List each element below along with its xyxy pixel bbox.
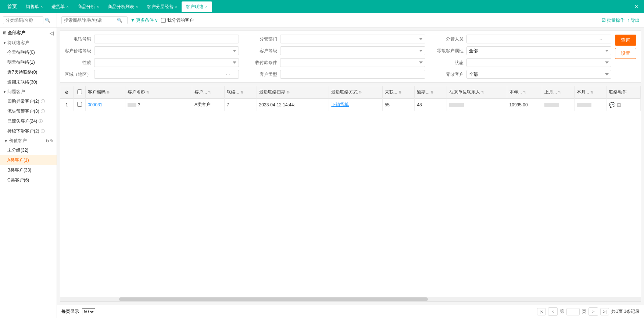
query-button[interactable]: 查询 xyxy=(615,35,636,46)
collapse-icon[interactable]: ◁ xyxy=(50,30,54,36)
sidebar-item-repurchase-abnormal[interactable]: 回购异常客户(2) ⓘ xyxy=(0,96,57,106)
customer-type-input[interactable] xyxy=(280,70,425,79)
prev-page-button[interactable]: ＜ xyxy=(548,307,558,316)
sidebar-item-declining[interactable]: 持续下滑客户(2) ⓘ xyxy=(0,126,57,136)
edit-icon[interactable]: ✎ xyxy=(50,138,54,144)
customer-code-link[interactable]: 000031 xyxy=(88,102,103,107)
batch-operation-button[interactable]: ☑ 批量操作 xyxy=(602,17,625,24)
customer-level-select[interactable] xyxy=(280,46,425,55)
nature-select[interactable] xyxy=(94,58,239,67)
filter-field-status: 状态 xyxy=(437,58,611,67)
close-icon[interactable]: × xyxy=(66,4,68,9)
next-page-button[interactable]: ＞ xyxy=(588,307,598,316)
sidebar-item-overdue[interactable]: 逾期未联络(30) xyxy=(0,77,57,87)
top-nav: 首页 销售单 × 进货单 × 商品分析 × 商品分析列表 × 客户分层经营 × … xyxy=(0,0,644,13)
close-icon[interactable]: × xyxy=(205,4,207,9)
sidebar-item-ungrouped[interactable]: 未分组(32) xyxy=(0,145,57,155)
close-icon[interactable]: × xyxy=(40,4,43,9)
sidebar-item-a-class[interactable]: A类客户(1) xyxy=(0,155,57,165)
td-no-contact: 55 xyxy=(382,99,415,111)
sidebar-item-loss-warning[interactable]: 流失预警客户(3) ⓘ xyxy=(0,106,57,116)
close-icon[interactable]: × xyxy=(97,4,99,9)
sidebar-item-today[interactable]: 今天待联络(0) xyxy=(0,47,57,57)
triangle-icon: ▼ xyxy=(3,90,6,94)
sidebar-search-input[interactable] xyxy=(3,16,43,24)
horizontal-scrollbar[interactable] xyxy=(60,297,641,301)
status-select[interactable] xyxy=(466,58,611,67)
export-button[interactable]: ↑ 导出 xyxy=(627,17,640,24)
triangle-icon: ▼ xyxy=(3,41,6,45)
sidebar: 🔍 ⊞ 全部客户 ◁ ▼ 待联络客户 今天待联络(0) 明天待联络(1) 近7天… xyxy=(0,13,57,318)
nature-label: 性质 xyxy=(65,60,94,66)
scatter-attr-select[interactable]: 全部 xyxy=(466,46,611,55)
dept-select[interactable] xyxy=(280,35,425,43)
td-year-amount: 10995.00 xyxy=(507,99,542,111)
customer-level-label: 客户等级 xyxy=(251,48,280,54)
first-page-button[interactable]: |< xyxy=(537,308,546,315)
my-customers-check[interactable] xyxy=(161,18,166,23)
more-conditions-button[interactable]: ▼ 更多条件 ∨ xyxy=(130,17,158,24)
th-code: 客户编码 ⇅ xyxy=(85,86,125,99)
manager-more[interactable]: ··· xyxy=(466,35,611,43)
my-customers-checkbox[interactable]: 我分管的客户 xyxy=(161,17,194,24)
last-page-button[interactable]: >| xyxy=(600,308,609,315)
sort-icon: ⇅ xyxy=(523,90,526,94)
nav-tab-sales[interactable]: 销售单 × xyxy=(21,1,47,12)
scrollbar-thumb[interactable] xyxy=(119,297,428,301)
th-last-month: 上月... ⇅ xyxy=(542,86,575,99)
sidebar-item-lost[interactable]: 已流失客户(24) ⓘ xyxy=(0,116,57,126)
close-icon[interactable]: × xyxy=(175,4,177,9)
th-name: 客户名称 ⇅ xyxy=(125,86,192,99)
th-this-month: 本月... ⇅ xyxy=(574,86,607,99)
sidebar-item-tomorrow[interactable]: 明天待联络(1) xyxy=(0,57,57,67)
filter-search-icon[interactable]: 🔍 xyxy=(117,18,122,23)
current-page-input[interactable]: 1 xyxy=(566,308,580,315)
filter-field-region: 区域（地区） ··· xyxy=(65,70,239,79)
nav-tab-product-analysis[interactable]: 商品分析 × xyxy=(73,1,103,12)
region-more[interactable]: ··· xyxy=(94,70,239,79)
th-overdue: 逾期... ⇅ xyxy=(415,86,447,99)
sidebar-item-7days[interactable]: 近7天待联络(0) xyxy=(0,67,57,77)
qr-icon[interactable]: ⊞ xyxy=(617,102,621,108)
phone-input[interactable] xyxy=(94,35,239,43)
setting-button[interactable]: 设置 xyxy=(615,48,636,59)
select-all-checkbox[interactable] xyxy=(77,89,82,94)
gear-icon[interactable]: ⚙ xyxy=(65,90,69,95)
nav-tab-purchase[interactable]: 进货单 × xyxy=(47,1,73,12)
nav-tab-customer-tier[interactable]: 客户分层经营 × xyxy=(143,1,182,12)
data-table-container: ⚙ 客户编码 ⇅ 客户名称 xyxy=(60,86,641,302)
close-icon[interactable]: × xyxy=(136,4,138,9)
info-icon: ⓘ xyxy=(41,109,45,114)
sidebar-search-icon[interactable]: 🔍 xyxy=(45,18,50,23)
customer-type-label: 客户类型 xyxy=(251,71,280,78)
filter-search-box: 🔍 xyxy=(61,16,128,24)
per-page-select[interactable]: 50 xyxy=(82,308,95,315)
scatter-customer-select[interactable]: 全部 xyxy=(466,70,611,79)
price-level-select[interactable] xyxy=(94,46,239,55)
refresh-icon[interactable]: ↻ xyxy=(46,138,49,144)
row-checkbox[interactable] xyxy=(77,102,82,107)
close-all-button[interactable]: × xyxy=(632,3,641,10)
page-label: 第 xyxy=(560,308,564,315)
th-last-method: 最后联络方式 ⇅ xyxy=(329,86,382,99)
filter-search-input[interactable] xyxy=(64,18,115,23)
manager-label: 分管人员 xyxy=(437,36,466,42)
nav-home[interactable]: 首页 xyxy=(3,1,21,12)
sidebar-all-customers[interactable]: ⊞ 全部客户 ◁ xyxy=(0,28,57,38)
table-header-row: ⚙ 客户编码 ⇅ 客户名称 xyxy=(60,86,641,99)
sidebar-item-c-class[interactable]: C类客户(6) xyxy=(0,175,57,185)
chat-icon[interactable]: 💬 xyxy=(609,102,615,108)
td-actions: 💬 ⊞ xyxy=(607,99,640,111)
last-method-link[interactable]: 下销货单 xyxy=(331,102,349,107)
nav-tab-product-list[interactable]: 商品分析列表 × xyxy=(103,1,142,12)
nav-tab-customer-contact[interactable]: 客户联络 × xyxy=(182,1,212,12)
payment-select[interactable] xyxy=(280,58,425,67)
sort-icon: ⇅ xyxy=(146,90,149,94)
td-code: 000031 xyxy=(85,99,125,111)
region-label: 区域（地区） xyxy=(65,71,94,78)
table-row: 1 000031 ? A类客户 xyxy=(60,99,641,111)
td-this-month xyxy=(574,99,607,111)
sidebar-item-b-class[interactable]: B类客户(33) xyxy=(0,165,57,175)
total-pages-label: 页 xyxy=(582,308,586,315)
sidebar-group-problem: ▼ 问题客户 xyxy=(0,87,57,96)
